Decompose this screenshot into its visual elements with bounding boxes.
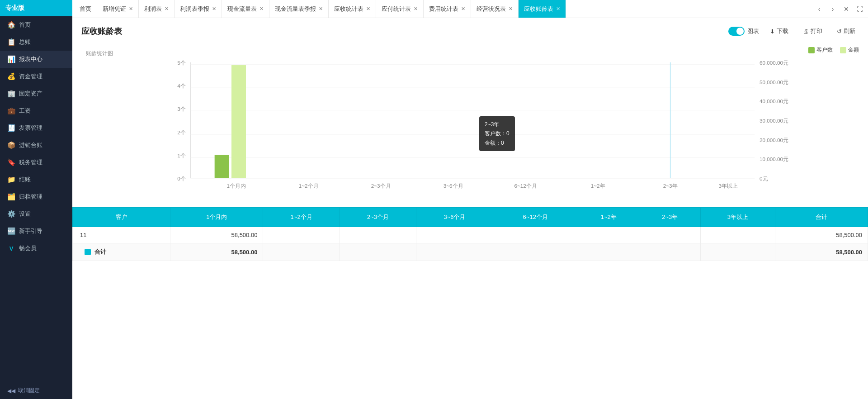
tab-prev-button[interactable]: ‹ (813, 3, 826, 15)
sidebar-item-label: 新手引导 (19, 227, 42, 235)
page-header: 应收账龄表 图表 ⬇ 下载 🖨 打印 ↺ 刷新 (72, 18, 868, 42)
total-grand: 58,500.00 (775, 243, 868, 261)
chart-container: 0个 1个 2个 3个 4个 5个 0元 10,000.00元 20,000.0… (81, 57, 859, 202)
col-m8: 3年以上 (701, 208, 775, 227)
chart-toggle-wrap: 图表 (728, 27, 759, 36)
legend-customer-label: 客户数 (816, 46, 833, 54)
tab-cashflow-quarter[interactable]: 现金流量表季报 ✕ (269, 0, 329, 18)
chart-toggle[interactable] (728, 27, 745, 36)
tab-cashflow[interactable]: 现金流量表 ✕ (222, 0, 269, 18)
col-total: 合计 (775, 208, 868, 227)
tab-expense-stat[interactable]: 费用统计表 ✕ (424, 0, 471, 18)
tab-maximize-button[interactable]: ⛶ (854, 3, 866, 15)
col-m7: 2~3年 (639, 208, 701, 227)
report-icon: 📊 (7, 55, 15, 63)
cell-m7 (639, 227, 701, 243)
tab-close-icon[interactable]: ✕ (461, 6, 465, 12)
tab-home[interactable]: 首页 (74, 0, 97, 18)
unpin-icon: ◀◀ (7, 388, 15, 394)
sidebar-item-asset[interactable]: 🏢 固定资产 (0, 85, 72, 102)
aging-table: 客户 1个月内 1~2个月 2~3个月 3~6个月 6~12个月 1~2年 2~… (72, 207, 868, 261)
vip-icon: V (7, 245, 15, 252)
tab-close-all-button[interactable]: ✕ (840, 3, 853, 15)
tab-ap-stat[interactable]: 应付统计表 ✕ (376, 0, 424, 18)
sidebar-item-tax[interactable]: 🔖 税务管理 (0, 154, 72, 171)
tab-ar-stat[interactable]: 应收统计表 ✕ (329, 0, 376, 18)
tab-ar-aging[interactable]: 应收账龄表 ✕ (519, 0, 566, 18)
tab-close-icon[interactable]: ✕ (556, 6, 560, 12)
tab-biz-status[interactable]: 经营状况表 ✕ (471, 0, 519, 18)
sidebar-item-stock[interactable]: 📦 进销台账 (0, 137, 72, 154)
sidebar-item-salary[interactable]: 💼 工资 (0, 102, 72, 119)
sidebar-item-guide[interactable]: 🆕 新手引导 (0, 223, 72, 240)
chart-svg: 0个 1个 2个 3个 4个 5个 0元 10,000.00元 20,000.0… (81, 57, 859, 202)
sidebar-item-label: 报表中心 (19, 55, 42, 63)
total-m7 (639, 243, 701, 261)
sidebar-item-home[interactable]: 🏠 首页 (0, 16, 72, 33)
sidebar-item-settings[interactable]: ⚙️ 设置 (0, 205, 72, 223)
chart-title: 账龄统计图 (86, 50, 113, 57)
tab-close-icon[interactable]: ✕ (414, 6, 418, 12)
sidebar-item-fund[interactable]: 💰 资金管理 (0, 68, 72, 85)
tab-close-icon[interactable]: ✕ (366, 6, 370, 12)
svg-text:1~2个月: 1~2个月 (299, 183, 319, 189)
tab-home-label: 首页 (80, 5, 91, 13)
legend-amount: 金额 (840, 46, 859, 54)
total-m8 (701, 243, 775, 261)
ledger-icon: 📋 (7, 38, 15, 46)
svg-text:2~3年: 2~3年 (663, 183, 678, 189)
tab-nav-buttons: ‹ › ✕ ⛶ (813, 3, 866, 15)
tab-close-icon[interactable]: ✕ (129, 6, 133, 12)
sidebar-item-label: 设置 (19, 210, 31, 218)
tab-close-icon[interactable]: ✕ (259, 6, 264, 12)
sidebar-item-archive[interactable]: 🗂️ 归档管理 (0, 188, 72, 205)
download-icon: ⬇ (770, 28, 775, 35)
settings-icon: ⚙️ (7, 210, 15, 218)
svg-text:1个月内: 1个月内 (226, 183, 246, 189)
sidebar: 专业版 🏠 首页 📋 总账 📊 报表中心 💰 资金管理 🏢 固定资产 💼 工资 … (0, 0, 72, 399)
total-m6 (578, 243, 639, 261)
svg-text:4个: 4个 (177, 83, 186, 89)
tab-close-icon[interactable]: ✕ (319, 6, 323, 12)
sidebar-item-vip[interactable]: V 畅会员 (0, 240, 72, 257)
tab-bar: 首页 新增凭证 ✕ 利润表 ✕ 利润表季报 ✕ 现金流量表 ✕ 现金流量表季报 … (72, 0, 868, 18)
svg-text:40,000.00元: 40,000.00元 (760, 98, 788, 104)
sidebar-item-label: 发票管理 (19, 124, 42, 132)
total-m1: 58,500.00 (170, 243, 263, 261)
table-total-row: 合计 58,500.00 58,500.00 (73, 243, 868, 261)
chart-legend: 客户数 金额 (81, 46, 859, 54)
tab-profit[interactable]: 利润表 ✕ (139, 0, 175, 18)
tax-icon: 🔖 (7, 158, 15, 166)
content-area: 应收账龄表 图表 ⬇ 下载 🖨 打印 ↺ 刷新 (72, 18, 868, 399)
sidebar-item-label: 工资 (19, 107, 31, 115)
tab-close-icon[interactable]: ✕ (165, 6, 169, 12)
table-header-row: 客户 1个月内 1~2个月 2~3个月 3~6个月 6~12个月 1~2年 2~… (73, 208, 868, 227)
tab-new-voucher-label: 新增凭证 (103, 5, 126, 13)
legend-amount-label: 金额 (848, 46, 859, 54)
unpin-sidebar-button[interactable]: ◀◀ 取消固定 (0, 382, 72, 399)
tab-next-button[interactable]: › (826, 3, 839, 15)
tab-expense-stat-label: 费用统计表 (429, 5, 458, 13)
sidebar-item-ledger[interactable]: 📋 总账 (0, 33, 72, 51)
app-logo: 专业版 (0, 0, 72, 16)
tab-new-voucher[interactable]: 新增凭证 ✕ (97, 0, 139, 18)
home-icon: 🏠 (7, 21, 15, 29)
svg-text:60,000.00元: 60,000.00元 (760, 60, 788, 66)
cell-m8 (701, 227, 775, 243)
svg-text:3年以上: 3年以上 (718, 183, 738, 189)
refresh-button[interactable]: ↺ 刷新 (833, 25, 859, 37)
tab-close-icon[interactable]: ✕ (212, 6, 216, 12)
tab-cashflow-label: 现金流量表 (227, 5, 257, 13)
tab-close-icon[interactable]: ✕ (509, 6, 513, 12)
total-icon (85, 249, 91, 255)
sidebar-item-invoice[interactable]: 🧾 发票管理 (0, 119, 72, 137)
sidebar-item-close[interactable]: 📁 结账 (0, 171, 72, 188)
download-button[interactable]: ⬇ 下载 (766, 25, 792, 37)
sidebar-item-report[interactable]: 📊 报表中心 (0, 51, 72, 68)
col-m1: 1个月内 (170, 208, 263, 227)
sidebar-item-label: 资金管理 (19, 72, 42, 81)
print-button[interactable]: 🖨 打印 (799, 25, 826, 37)
tab-profit-quarter[interactable]: 利润表季报 ✕ (175, 0, 222, 18)
tab-profit-label: 利润表 (144, 5, 162, 13)
svg-text:0元: 0元 (760, 176, 768, 181)
